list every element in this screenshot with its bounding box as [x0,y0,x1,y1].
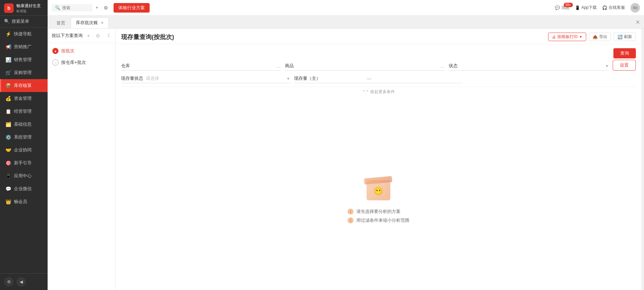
sidebar-nav: ⚡ 快捷导航 📢 营销推广 📊 销售管理 🛒 采购管理 📦 库存核算 💰 资金管… [0,28,48,273]
sol-inactive-dot: ○ [52,59,58,66]
stock-qty-filter: 现存量（主） — [294,74,463,83]
marketing-icon: 📢 [5,44,11,50]
query-btn[interactable]: 查询 [613,48,636,58]
box-face: 😶 [374,187,383,196]
print-template-btn[interactable]: 🖨 按模板打印 ▼ [548,33,586,41]
messages-badge: 99+ [564,3,573,7]
sidebar-item-apps[interactable]: 📱 应用中心 [0,169,48,182]
solution-item-by-warehouse-batch[interactable]: ○ 按仓库+批次 [48,57,115,68]
filter-row-2: 现存量状态 请选择 ▼ 现存量（主） — [116,71,641,83]
solution-item-by-batch[interactable]: ● 按批次 [48,45,115,57]
sidebar-item-base[interactable]: 🗂️ 基础信息 [0,118,48,131]
stock-status-label: 现存量状态 [121,75,143,81]
purchase-icon: 🛒 [5,70,11,75]
sidebar-item-sys[interactable]: ⚙️ 系统管理 [0,131,48,144]
sidebar-header: b 畅康通好生意 标准版 [0,0,48,16]
download-icon: 📱 [575,5,580,10]
content-area: 按以下方案查询 + ⊙ 《 ● 按批次 [48,29,644,290]
sidebar-item-sales[interactable]: 📊 销售管理 [0,53,48,66]
stock-qty-to-input[interactable] [374,76,415,81]
settings-footer-btn[interactable]: ⚙ [4,277,14,287]
filter-row-1: 仓库 … 商品 … 状态 ▼ 查询 [116,44,641,71]
sidebar-item-quick-nav[interactable]: ⚡ 快捷导航 [0,28,48,40]
quick-nav-icon: ⚡ [5,31,11,37]
online-service-btn[interactable]: 🎧 在线客服 [602,5,625,11]
export-btn[interactable]: 📤 导出 [589,33,611,41]
right-scrollbar[interactable] [641,29,644,290]
sidebar-item-purchase[interactable]: 🛒 采购管理 [0,66,48,79]
message-icon: 💬 [555,5,560,10]
apps-icon: 📱 [5,173,11,179]
base-icon: 🗂️ [5,122,11,127]
tab-close-icon[interactable]: ✕ [101,21,104,25]
warehouse-more-icon[interactable]: … [276,64,281,69]
tabbar: 首页 库存批次账 ✕ ✕ [48,16,644,29]
sidebar-item-guide[interactable]: 🎯 新手引导 [0,157,48,169]
action-btns: 查询 设置 [613,48,636,71]
app-download-btn[interactable]: 📱 App下载 [575,5,597,11]
sidebar-item-inventory[interactable]: 📦 库存核算 [0,79,48,92]
sidebar-item-corp[interactable]: 🤝 企业协同 [0,144,48,157]
warehouse-input[interactable] [133,64,275,69]
solution-header-actions: + ⊙ 《 [85,32,111,39]
sidebar-search[interactable]: 🔍 搜索菜单 [0,16,48,28]
solution-panel: 按以下方案查询 + ⊙ 《 ● 按批次 [48,29,116,290]
hint-num-2: 2 [348,217,354,223]
sidebar-item-wechat[interactable]: 💬 企业微信 [0,182,48,195]
print-icon: 🖨 [552,35,556,39]
topbar: 🔍 ▼ ⚙ 体验行业方案 💬 消息 99+ 📱 App下载 🎧 在线客服 R [48,0,644,16]
topbar-chevron-icon[interactable]: ▼ [95,6,99,10]
messages-btn[interactable]: 💬 消息 99+ [555,5,570,11]
product-input[interactable] [296,64,439,69]
ops-icon: 📋 [5,109,11,114]
filter-collapse-bar-wrapper: ⌃⌃ 收起更多条件 [116,83,641,99]
avatar-img: Rit [630,3,640,13]
sidebar-item-finance[interactable]: 💰 资金管理 [0,92,48,105]
chevron-up-icon: ⌃⌃ [362,90,369,94]
stock-status-select[interactable]: 请选择 ▼ [146,75,290,81]
tab-panel-close-btn[interactable]: ✕ [635,19,640,25]
tab-home[interactable]: 首页 [52,18,70,28]
topbar-gear-btn[interactable]: ⚙ [101,3,111,13]
sidebar-item-ops[interactable]: 📋 经营管理 [0,105,48,118]
tab-batch-ledger[interactable]: 库存批次账 ✕ [71,17,109,28]
stock-qty-label: 现存量（主） [294,75,321,81]
sidebar-item-member[interactable]: 👑 畅会员 [0,195,48,208]
corp-icon: 🤝 [5,147,11,153]
sidebar-logo: b [4,3,14,13]
sidebar-footer: ⚙ ◀ [0,273,48,290]
collapse-footer-btn[interactable]: ◀ [16,277,26,287]
solution-list: ● 按批次 ○ 按仓库+批次 [48,43,115,70]
solution-settings-btn[interactable]: ⊙ [94,32,102,39]
sidebar-item-marketing[interactable]: 📢 营销推广 [0,40,48,53]
collapse-bar[interactable]: ⌃⌃ 收起更多条件 [121,87,636,97]
topbar-search-input[interactable] [62,5,89,10]
inventory-icon: 📦 [5,83,11,88]
user-avatar[interactable]: Rit [630,3,640,13]
stock-qty-from-input[interactable] [323,76,364,81]
status-select[interactable]: ▼ [460,64,609,68]
add-solution-btn[interactable]: + [85,32,92,39]
topbar-search-icon: 🔍 [55,5,60,10]
target-icon: ⊙ [96,33,100,38]
page-title: 现存量查询(按批次) [121,33,174,41]
trial-btn[interactable]: 体验行业方案 [114,3,150,13]
status-dropdown-icon: ▼ [605,64,609,68]
sales-icon: 📊 [5,57,11,62]
export-icon: 📤 [593,35,598,39]
product-more-icon[interactable]: … [440,64,445,69]
settings-btn[interactable]: 设置 [613,60,636,71]
status-label: 状态 [449,63,458,69]
stock-qty-dash: — [367,76,371,81]
solution-header: 按以下方案查询 + ⊙ 《 [48,29,115,43]
solution-collapse-btn[interactable]: 《 [104,32,111,39]
refresh-btn[interactable]: 🔄 刷新 [614,33,636,41]
stock-status-dropdown-icon: ▼ [287,77,290,80]
empty-icon-area: 😶 [361,166,395,203]
empty-hint-2: 2 用过滤条件来缩小分析范围 [348,217,409,223]
stock-status-placeholder: 请选择 [146,75,287,81]
refresh-icon: 🔄 [617,35,623,39]
sol-active-dot: ● [52,48,58,54]
guide-icon: 🎯 [5,160,11,166]
member-icon: 👑 [5,199,11,204]
